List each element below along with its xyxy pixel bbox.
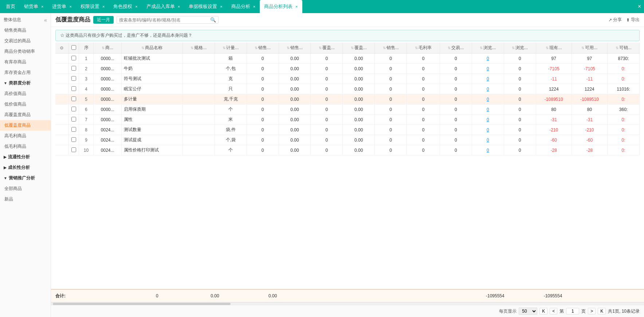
row-settings <box>55 84 68 94</box>
close-icon[interactable]: × <box>253 0 255 13</box>
sidebar-item-all-goods[interactable]: 全部商品 <box>0 183 51 194</box>
sidebar-item-traded-goods[interactable]: 交易过的商品 <box>0 36 51 46</box>
close-icon[interactable]: × <box>102 0 105 13</box>
row-browse2: 0 <box>504 125 536 135</box>
select-all-checkbox[interactable] <box>71 45 76 50</box>
col-sellable[interactable]: 可销... <box>608 43 640 54</box>
close-icon[interactable]: × <box>178 0 180 13</box>
col-browse1[interactable]: 浏览... <box>472 43 504 54</box>
row-checkbox[interactable] <box>68 84 79 94</box>
sidebar-group-marketing[interactable]: ▼ 营销推广分析 <box>0 173 51 183</box>
row-checkbox[interactable] <box>68 145 79 155</box>
row-checkbox[interactable] <box>68 125 79 135</box>
close-icon[interactable]: × <box>220 0 222 13</box>
close-icon[interactable]: × <box>295 0 298 13</box>
col-spec[interactable]: 规格... <box>182 43 215 54</box>
col-cover1[interactable]: 覆盖... <box>311 43 343 54</box>
col-available[interactable]: 可用... <box>572 43 607 54</box>
nav-tab-permission[interactable]: 权限设置 × <box>76 0 109 13</box>
row-checkbox[interactable] <box>68 74 79 84</box>
row-checkbox[interactable] <box>68 115 79 125</box>
nav-tab-analysis[interactable]: 商品分析 × <box>227 0 260 13</box>
sidebar-item-low-profit[interactable]: 低毛利商品 <box>0 141 51 152</box>
col-sales-amt[interactable]: 销售... <box>279 43 311 54</box>
row-browse1[interactable]: 0 <box>472 135 504 145</box>
sidebar-item-stock-fund[interactable]: 库存资金占用 <box>0 67 51 78</box>
col-unit[interactable]: 计量... <box>215 43 247 54</box>
row-code: 0024... <box>94 125 122 135</box>
row-checkbox[interactable] <box>68 54 79 64</box>
sidebar-item-category-rate[interactable]: 商品分类动销率 <box>0 46 51 57</box>
export-button[interactable]: ⬆ 导出 <box>626 17 640 23</box>
prev-page-button[interactable]: < <box>550 308 557 314</box>
last-page-button[interactable]: K <box>598 308 606 314</box>
col-trade[interactable]: 交易... <box>440 43 472 54</box>
nav-tab-sales[interactable]: 销货单 × <box>20 0 48 13</box>
col-name[interactable]: 商品名称 <box>121 43 182 54</box>
search-input[interactable] <box>119 17 210 23</box>
close-icon[interactable]: × <box>69 0 71 13</box>
nav-tab-purchase[interactable]: 进货单 × <box>48 0 76 13</box>
row-browse2: 0 <box>504 74 536 84</box>
nav-tab-template[interactable]: 单据模板设置 × <box>184 0 227 13</box>
horizontal-scrollbar-thumb[interactable] <box>53 303 231 305</box>
row-no: 7 <box>79 115 94 125</box>
sidebar-item-low-coverage[interactable]: 低覆盖度商品 <box>0 120 51 131</box>
col-browse2[interactable]: 浏览... <box>504 43 536 54</box>
col-code[interactable]: 商... <box>94 43 122 54</box>
sidebar-item-low-value[interactable]: 低价值商品 <box>0 99 51 110</box>
first-page-button[interactable]: K <box>539 308 547 314</box>
products-table: ⚙ 序 商... 商品名称 规格... 计量... 销售... 销售... 覆盖… <box>55 43 640 155</box>
footer-spacer <box>302 293 466 298</box>
sidebar-item-new-goods[interactable]: 新品 <box>0 194 51 205</box>
close-all-button[interactable]: × <box>638 3 641 10</box>
row-browse1[interactable]: 0 <box>472 84 504 94</box>
col-settings[interactable]: ⚙ <box>55 43 68 54</box>
sidebar-item-sales-goods[interactable]: 销售类商品 <box>0 25 51 36</box>
sidebar-toggle-button[interactable]: « <box>44 17 47 23</box>
row-gross-rate: 0 <box>407 145 440 155</box>
settings-icon[interactable]: ⚙ <box>60 45 64 51</box>
row-checkbox[interactable] <box>68 94 79 104</box>
sidebar-group-marketing-items: 全部商品 新品 <box>0 183 51 205</box>
sidebar-group-flow[interactable]: ▶ 流通性分析 <box>0 152 51 162</box>
row-browse1[interactable]: 0 <box>472 94 504 104</box>
sidebar-item-high-profit[interactable]: 高毛利商品 <box>0 131 51 141</box>
nav-tab-role[interactable]: 角色授权 × <box>109 0 142 13</box>
row-trade: 0 <box>440 104 472 115</box>
col-current[interactable]: 现有... <box>536 43 572 54</box>
col-sales2[interactable]: 销售... <box>375 43 407 54</box>
share-button[interactable]: ↗ 分享 <box>608 17 622 23</box>
row-checkbox[interactable] <box>68 135 79 145</box>
row-current: -7105 <box>536 64 572 74</box>
col-gross-rate[interactable]: 毛利率 <box>407 43 440 54</box>
row-browse1[interactable]: 0 <box>472 115 504 125</box>
row-browse1[interactable]: 0 <box>472 145 504 155</box>
row-browse1[interactable]: 0 <box>472 125 504 135</box>
sidebar-group-cluster[interactable]: ▼ 类群度分析 <box>0 78 51 88</box>
nav-tab-home[interactable]: 首页 <box>1 0 20 13</box>
sidebar-item-stocked[interactable]: 有库存商品 <box>0 57 51 67</box>
row-checkbox[interactable] <box>68 104 79 115</box>
nav-tab-product-in[interactable]: 产成品入库单 × <box>142 0 184 13</box>
close-icon[interactable]: × <box>41 0 43 13</box>
per-page-select[interactable]: 50 100 200 <box>519 308 537 315</box>
row-sales-amt: 0.00 <box>279 54 311 64</box>
row-gross-rate: 0 <box>407 84 440 94</box>
sidebar-item-high-value[interactable]: 高价值商品 <box>0 88 51 99</box>
sidebar-item-high-coverage[interactable]: 高覆盖度商品 <box>0 110 51 120</box>
next-page-button[interactable]: > <box>588 308 596 314</box>
page-number-input[interactable] <box>566 308 579 314</box>
close-icon[interactable]: × <box>135 0 137 13</box>
row-browse1[interactable]: 0 <box>472 74 504 84</box>
nav-tab-analysis-list[interactable]: 商品分析列表 × <box>260 0 302 13</box>
time-filter-button[interactable]: 近一月 <box>93 16 114 24</box>
row-browse1[interactable]: 0 <box>472 54 504 64</box>
sidebar-group-growth[interactable]: ▶ 成长性分析 <box>0 162 51 173</box>
row-browse1[interactable]: 0 <box>472 104 504 115</box>
col-cover2[interactable]: 覆盖... <box>343 43 375 54</box>
row-name: 多计量 <box>121 94 182 104</box>
row-browse1[interactable]: 0 <box>472 64 504 74</box>
col-sales-qty[interactable]: 销售... <box>247 43 279 54</box>
row-checkbox[interactable] <box>68 64 79 74</box>
